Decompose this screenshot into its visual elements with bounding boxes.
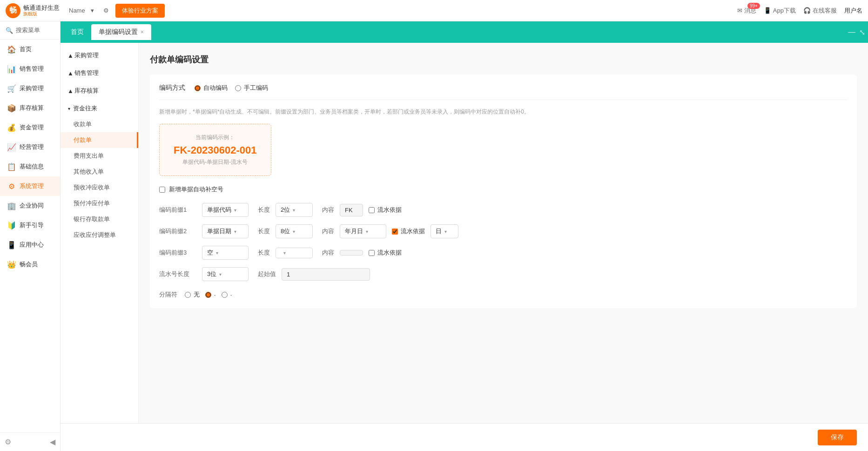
- app-download-button[interactable]: 📱 App下载: [764, 7, 796, 15]
- sub-nav-ap-adjust[interactable]: 应收应付调整单: [61, 227, 138, 243]
- sub-nav-income[interactable]: 其他收入单: [61, 164, 138, 180]
- industry-button[interactable]: 体验行业方案: [115, 4, 165, 18]
- main-layout: 🔍 搜索菜单 🏠 首页 📊 销售管理 🛒 采购管理 📦 库存核算 💰 资金管理 …: [0, 21, 868, 451]
- prefix1-serial-input[interactable]: [369, 207, 375, 213]
- tab-close-button[interactable]: ×: [141, 29, 144, 35]
- tab-minimize-button[interactable]: —: [848, 28, 855, 37]
- purchase-icon: 🛒: [7, 84, 16, 93]
- tab-encoding-settings[interactable]: 单据编码设置 ×: [91, 24, 151, 40]
- search-menu[interactable]: 🔍 搜索菜单: [0, 21, 60, 40]
- app-icon: 📱: [764, 7, 771, 14]
- prefix3-content-value: [340, 250, 363, 256]
- serial-start-input[interactable]: [282, 268, 370, 281]
- prefix2-content-select[interactable]: 年月日 ▾: [340, 224, 386, 238]
- prefix3-length-select[interactable]: ▾: [276, 248, 313, 258]
- tab-home[interactable]: 首页: [63, 24, 91, 40]
- topbar: 畅 畅通道好生意 旗舰版 Name ▾ ⚙ 体验行业方案 ✉ 消息 99+ 📱 …: [0, 0, 868, 21]
- prefix3-serial-checkbox[interactable]: 流水依据: [369, 249, 402, 257]
- serial-length-chevron-icon: ▾: [219, 272, 222, 277]
- sub-nav-payment[interactable]: 付款单: [61, 132, 138, 148]
- prefix2-serial-unit-select[interactable]: 日 ▾: [431, 224, 458, 238]
- sidebar-item-finance[interactable]: 💰 资金管理: [0, 118, 60, 137]
- sub-nav-inventory-header[interactable]: ▶ 库存核算: [61, 83, 138, 99]
- sidebar-item-apps[interactable]: 📱 应用中心: [0, 235, 60, 255]
- sep-dot-option[interactable]: ·: [205, 291, 216, 298]
- prefix2-serial-input[interactable]: [392, 229, 398, 235]
- sidebar-collapse-button[interactable]: ◀: [50, 438, 55, 446]
- sub-nav-prepay-pay[interactable]: 预付冲应付单: [61, 195, 138, 211]
- prefix2-serial-checkbox[interactable]: 流水依据: [392, 227, 425, 236]
- message-button[interactable]: ✉ 消息 99+: [737, 7, 756, 15]
- bottom-bar: 保存: [61, 423, 868, 451]
- auto-code-radio-input[interactable]: [195, 85, 201, 91]
- prefix3-content-label: 内容: [322, 249, 334, 257]
- sidebar-item-home[interactable]: 🏠 首页: [0, 40, 60, 59]
- sep-dash-radio[interactable]: [222, 292, 228, 298]
- sidebar-item-system[interactable]: ⚙ 系统管理: [0, 176, 60, 196]
- sidebar-item-sales[interactable]: 📊 销售管理: [0, 59, 60, 79]
- sidebar-item-guide[interactable]: 🔰 新手引导: [0, 215, 60, 235]
- finance-icon: 💰: [7, 123, 16, 132]
- prefix2-row: 编码前缀2 单据日期 ▾ 长度 8位 ▾ 内容 年月日: [159, 224, 848, 238]
- manual-code-radio[interactable]: 手工编码: [235, 84, 268, 92]
- online-service-button[interactable]: 🎧 在线客服: [803, 7, 837, 15]
- prefix1-select[interactable]: 单据代码 ▾: [202, 203, 249, 217]
- preview-code: FK-20230602-001: [174, 144, 257, 156]
- sidebar-item-member[interactable]: 👑 畅会员: [0, 255, 60, 274]
- prefix1-serial-checkbox[interactable]: 流水依据: [369, 206, 402, 214]
- auto-fill-checkbox[interactable]: [159, 187, 165, 193]
- save-button[interactable]: 保存: [818, 430, 857, 445]
- auto-code-radio[interactable]: 自动编码: [195, 84, 228, 92]
- sub-nav-prepay-recv[interactable]: 预收冲应收单: [61, 180, 138, 195]
- prefix3-select[interactable]: 空 ▾: [202, 246, 249, 260]
- sidebar: 🔍 搜索菜单 🏠 首页 📊 销售管理 🛒 采购管理 📦 库存核算 💰 资金管理 …: [0, 21, 61, 451]
- preview-box: 当前编码示例： FK-20230602-001 单据代码-单据日期-流水号: [159, 124, 271, 176]
- prefix3-serial-input[interactable]: [369, 250, 375, 256]
- sidebar-item-basic[interactable]: 📋 基础信息: [0, 157, 60, 176]
- guide-icon: 🔰: [7, 221, 16, 229]
- prefix2-content-label: 内容: [322, 227, 334, 236]
- encoding-radio-group: 自动编码 手工编码: [195, 84, 268, 92]
- content-wrapper: ▶ 采购管理 ▶ 销售管理 ▶ 库存核算: [61, 43, 868, 423]
- sub-nav-purchase-header[interactable]: ▶ 采购管理: [61, 47, 138, 63]
- prefix1-length-select[interactable]: 2位 ▾: [276, 203, 313, 217]
- manual-code-radio-input[interactable]: [235, 85, 241, 91]
- sep-none-option[interactable]: 无: [185, 290, 200, 299]
- sidebar-item-inventory[interactable]: 📦 库存核算: [0, 98, 60, 118]
- breadcrumb-dropdown[interactable]: ▾: [88, 6, 97, 15]
- sidebar-item-enterprise[interactable]: 🏢 企业协同: [0, 196, 60, 215]
- search-icon: 🔍: [6, 27, 13, 34]
- sub-nav-receipt[interactable]: 收款单: [61, 116, 138, 132]
- sidebar-item-purchase[interactable]: 🛒 采购管理: [0, 79, 60, 98]
- content-area: 首页 单据编码设置 × — ⤡ ▶ 采购管理: [61, 21, 868, 451]
- prefix3-row: 编码前缀3 空 ▾ 长度 ▾ 内容: [159, 246, 848, 260]
- prefix2-select[interactable]: 单据日期 ▾: [202, 224, 249, 238]
- prefix2-length-chevron-icon: ▾: [293, 229, 295, 234]
- sub-nav-bank[interactable]: 银行存取款单: [61, 211, 138, 227]
- sub-nav-group-finance: ▾ 资金往来 收款单 付款单 费用支出单 其他收入单 预收冲应收单 预付冲应付单…: [61, 101, 138, 243]
- prefix1-content-label: 内容: [322, 206, 334, 214]
- basic-icon: 📋: [7, 162, 16, 171]
- sep-dot-radio[interactable]: [205, 292, 211, 298]
- username[interactable]: 用户名: [844, 7, 862, 15]
- prefix2-length-select[interactable]: 8位 ▾: [276, 224, 313, 238]
- sidebar-settings-button[interactable]: ⚙: [5, 438, 11, 446]
- sub-nav-expense[interactable]: 费用支出单: [61, 148, 138, 164]
- system-icon: ⚙: [7, 182, 16, 190]
- prefix3-chevron-icon: ▾: [216, 250, 218, 256]
- sidebar-item-operations[interactable]: 📈 经营管理: [0, 137, 60, 157]
- logo-text: 畅通道好生意 旗舰版: [23, 4, 60, 17]
- tab-maximize-button[interactable]: ⤡: [859, 28, 865, 37]
- auto-fill-label: 新增单据自动补空号: [169, 185, 223, 194]
- serial-length-select[interactable]: 3位 ▾: [202, 267, 249, 281]
- prefix1-row: 编码前缀1 单据代码 ▾ 长度 2位 ▾ 内容 FK: [159, 203, 848, 217]
- prefix2-chevron-icon: ▾: [234, 229, 236, 234]
- sep-dash-option[interactable]: ·: [222, 291, 232, 298]
- sub-nav-sales-header[interactable]: ▶ 销售管理: [61, 65, 138, 81]
- prefix3-label: 编码前缀3: [159, 249, 196, 257]
- breadcrumb: Name ▾ ⚙ 体验行业方案: [69, 4, 165, 18]
- sep-none-radio[interactable]: [185, 292, 191, 298]
- sub-nav-finance-header[interactable]: ▾ 资金往来: [61, 101, 138, 116]
- preview-desc: 单据代码-单据日期-流水号: [174, 158, 257, 166]
- settings-icon[interactable]: ⚙: [100, 4, 113, 17]
